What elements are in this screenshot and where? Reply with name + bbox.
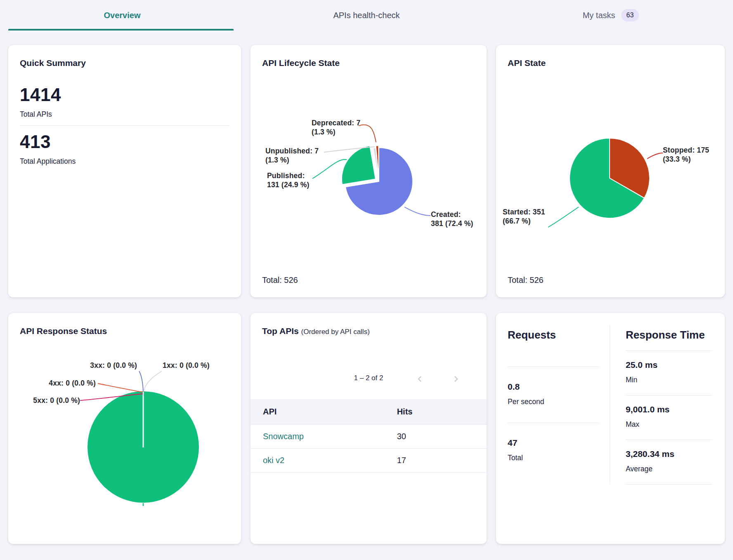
total-apis-value: 1414 xyxy=(20,85,229,105)
table-row: Snowcamp 30 xyxy=(251,425,487,449)
tab-overview[interactable]: Overview xyxy=(0,0,244,31)
stopped-connector-line xyxy=(647,153,663,159)
total-applications-label: Total Applications xyxy=(20,157,229,166)
api-state-pie-chart xyxy=(496,45,725,297)
response-status-chart-area: 3xx: 0 (0.0 %) 1xx: 0 (0.0 %) 4xx: 0 (0.… xyxy=(8,313,241,544)
my-tasks-count-badge: 63 xyxy=(621,9,639,21)
lifecycle-chart-area: Deprecated: 7 (1.3 %) Unpublished: 7 (1.… xyxy=(251,45,487,297)
total-applications-value: 413 xyxy=(20,132,229,152)
divider xyxy=(20,125,229,126)
pie-label-5xx: 5xx: 0 (0.0 %) xyxy=(33,396,80,405)
top-apis-subtitle: (Ordered by API calls) xyxy=(301,328,370,336)
chevron-right-icon xyxy=(450,373,462,385)
status-1xx-connector-line xyxy=(144,371,162,391)
pie-label-unpublished: Unpublished: 7 (1.3 %) xyxy=(265,146,323,165)
top-apis-title: Top APIs (Ordered by API calls) xyxy=(262,326,370,336)
api-state-card: API State Stopped: 175 (33.3 %) Started:… xyxy=(496,45,725,297)
pie-label-created: Created: 381 (72.4 %) xyxy=(431,210,474,228)
requests-column: Requests 0.8 Per second 47 Total xyxy=(508,325,610,544)
response-time-max-stat: 9,001.0 ms Max xyxy=(626,395,712,440)
dashboard-content: Quick Summary 1414 Total APIs 413 Total … xyxy=(8,45,725,544)
pie-label-4xx: 4xx: 0 (0.0 %) xyxy=(49,379,96,388)
requests-per-second-stat: 0.8 Per second xyxy=(508,367,600,423)
response-time-min-value: 25.0 ms xyxy=(626,360,712,370)
response-time-average-stat: 3,280.34 ms Average xyxy=(626,440,712,485)
requests-per-second-value: 0.8 xyxy=(508,382,600,392)
pagination-prev-button[interactable] xyxy=(411,371,428,387)
started-connector-line xyxy=(548,207,579,227)
api-state-chart-area: Stopped: 175 (33.3 %) Started: 351 (66.7… xyxy=(496,45,725,297)
tab-my-tasks[interactable]: My tasks 63 xyxy=(489,0,733,31)
top-apis-card: Top APIs (Ordered by API calls) 1 – 2 of… xyxy=(251,313,487,544)
column-header-hits: Hits xyxy=(397,407,487,416)
requests-response-time-card: Requests 0.8 Per second 47 Total Respons… xyxy=(496,313,725,544)
api-state-total: Total: 526 xyxy=(508,275,544,285)
api-link-snowcamp[interactable]: Snowcamp xyxy=(263,432,304,441)
pie-label-deprecated: Deprecated: 7 (1.3 %) xyxy=(312,118,367,137)
response-time-average-value: 3,280.34 ms xyxy=(626,449,712,459)
tab-bar: Overview APIs health-check My tasks 63 xyxy=(0,0,733,31)
pagination-next-button[interactable] xyxy=(448,371,464,387)
pie-label-started: Started: 351 (66.7 %) xyxy=(503,207,549,226)
total-apis-label: Total APIs xyxy=(20,110,229,119)
status-4xx-connector-line xyxy=(98,384,143,392)
response-time-average-label: Average xyxy=(626,465,712,473)
chevron-left-icon xyxy=(414,373,426,385)
pie-label-published: Published: 131 (24.9 %) xyxy=(267,171,313,190)
response-time-max-value: 9,001.0 ms xyxy=(626,405,712,414)
requests-total-label: Total xyxy=(508,454,600,462)
tab-apis-health-check-label: APIs health-check xyxy=(333,11,400,20)
requests-per-second-label: Per second xyxy=(508,398,600,406)
api-lifecycle-state-card: API Lifecycle State Deprecated: 7 (1.3 %… xyxy=(251,45,487,297)
response-time-title: Response Time xyxy=(626,325,712,351)
requests-title: Requests xyxy=(508,325,600,367)
tab-my-tasks-label: My tasks xyxy=(583,11,615,20)
hits-value: 17 xyxy=(397,456,487,465)
response-time-column: Response Time 25.0 ms Min 9,001.0 ms Max… xyxy=(610,325,725,485)
response-time-max-label: Max xyxy=(626,420,712,429)
requests-total-value: 47 xyxy=(508,438,600,448)
pie-label-3xx: 3xx: 0 (0.0 %) xyxy=(90,361,137,370)
tab-overview-label: Overview xyxy=(104,11,141,20)
requests-total-stat: 47 Total xyxy=(508,423,600,479)
top-apis-table: API Hits Snowcamp 30 oki v2 17 xyxy=(251,399,487,473)
pie-label-stopped: Stopped: 175 (33.3 %) xyxy=(663,146,712,164)
pie-label-1xx: 1xx: 0 (0.0 %) xyxy=(163,361,210,370)
response-time-min-label: Min xyxy=(626,376,712,384)
quick-summary-card: Quick Summary 1414 Total APIs 413 Total … xyxy=(8,45,241,297)
created-connector-line xyxy=(404,207,430,216)
column-header-api: API xyxy=(251,407,397,416)
table-row: oki v2 17 xyxy=(251,449,487,473)
hits-value: 30 xyxy=(397,432,487,441)
quick-summary-title: Quick Summary xyxy=(20,58,86,68)
table-header-row: API Hits xyxy=(251,399,487,425)
response-status-pie-chart xyxy=(8,313,241,544)
response-time-min-stat: 25.0 ms Min xyxy=(626,351,712,395)
status-3xx-connector-line xyxy=(139,371,143,391)
top-apis-pagination: 1 – 2 of 2 xyxy=(251,371,487,387)
api-link-oki-v2[interactable]: oki v2 xyxy=(263,456,284,465)
api-response-status-card: API Response Status 3xx: 0 (0.0 %) 1xx: … xyxy=(8,313,241,544)
lifecycle-total: Total: 526 xyxy=(262,275,298,285)
tab-apis-health-check[interactable]: APIs health-check xyxy=(244,0,489,31)
